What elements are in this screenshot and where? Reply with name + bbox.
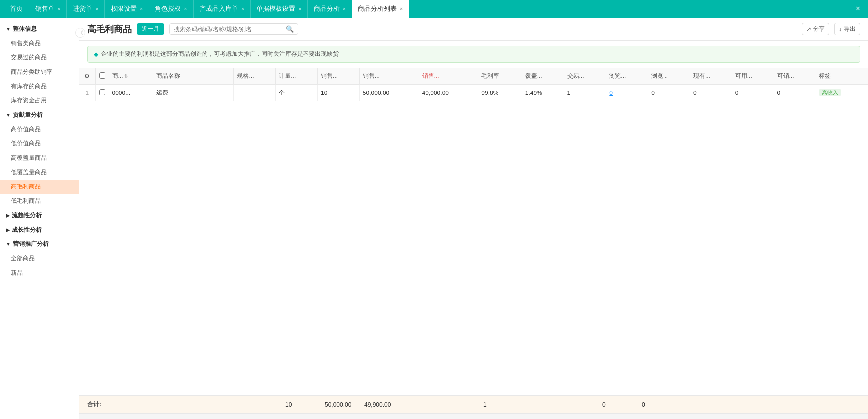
- cell-unit: 个: [276, 85, 318, 101]
- col-checkbox[interactable]: [95, 68, 109, 85]
- cell-tag: 高收入: [816, 85, 868, 101]
- sidebar-item-category-rate[interactable]: 商品分类助销率: [0, 65, 79, 79]
- col-name[interactable]: 商品名称: [153, 68, 234, 85]
- cell-name: 运费: [153, 85, 234, 101]
- sidebar-item-all-goods[interactable]: 全部商品: [0, 251, 79, 266]
- nav-tab-template[interactable]: 单据模板设置 ×: [251, 0, 307, 18]
- sidebar-group-marketing[interactable]: ▼ 营销推广分析: [0, 237, 79, 251]
- cell-transaction: 1: [564, 85, 606, 101]
- footer-cell-available: 0: [639, 401, 678, 408]
- footer-cell-margin: [401, 401, 441, 408]
- search-icon[interactable]: 🔍: [286, 25, 294, 33]
- sidebar-item-traded-goods[interactable]: 交易过的商品: [0, 50, 79, 65]
- footer-cell-browse2: [560, 401, 599, 408]
- close-icon[interactable]: ×: [140, 6, 143, 12]
- col-sales-qty[interactable]: 销售...: [318, 68, 360, 85]
- col-unit[interactable]: 计量...: [276, 68, 318, 85]
- window-close-button[interactable]: ×: [852, 4, 864, 13]
- content-header: 高毛利商品 近一月 🔍 ↗ 分享 ↓ 导出: [79, 18, 868, 41]
- nav-tab-roles[interactable]: 角色授权 ×: [149, 0, 193, 18]
- col-sales-profit[interactable]: 销售...: [419, 68, 478, 85]
- table-wrapper[interactable]: ⚙ 商... ⇅: [79, 68, 868, 395]
- sidebar-item-high-coverage[interactable]: 高覆盖量商品: [0, 151, 79, 165]
- footer-cell-sales-amount: 50,000.00: [322, 401, 361, 408]
- sidebar-item-in-stock[interactable]: 有库存的商品: [0, 79, 79, 93]
- share-button[interactable]: ↗ 分享: [802, 23, 829, 35]
- col-current-stock[interactable]: 现有...: [690, 68, 732, 85]
- tag-badge: 高收入: [819, 89, 841, 96]
- export-icon: ↓: [839, 26, 842, 33]
- footer-cell-coverage: [441, 401, 480, 408]
- col-sales-amount[interactable]: 销售...: [359, 68, 419, 85]
- col-gross-margin[interactable]: 毛利率: [478, 68, 522, 85]
- close-icon[interactable]: ×: [57, 6, 60, 12]
- col-available-stock[interactable]: 可用...: [732, 68, 774, 85]
- cell-checkbox[interactable]: [95, 85, 109, 101]
- content-area: 高毛利商品 近一月 🔍 ↗ 分享 ↓ 导出 ◆ 企业的主要: [79, 18, 868, 419]
- sidebar-item-low-value[interactable]: 低价值商品: [0, 137, 79, 151]
- search-box[interactable]: 🔍: [169, 23, 298, 35]
- col-browse1[interactable]: 浏览...: [606, 68, 648, 85]
- sidebar-item-high-margin[interactable]: 高毛利商品: [0, 180, 79, 194]
- cell-code: 0000...: [109, 85, 153, 101]
- cell-available-stock: 0: [732, 85, 774, 101]
- sidebar-collapse-button[interactable]: 《: [75, 28, 85, 38]
- col-coverage[interactable]: 覆盖...: [522, 68, 564, 85]
- search-input[interactable]: [174, 26, 283, 33]
- col-settings[interactable]: ⚙: [79, 68, 95, 85]
- cell-browse1[interactable]: 0: [606, 85, 648, 101]
- export-button[interactable]: ↓ 导出: [834, 23, 860, 35]
- footer-cell-transaction: 1: [480, 401, 520, 408]
- sidebar-item-low-coverage[interactable]: 低覆盖量商品: [0, 165, 79, 180]
- table-row[interactable]: 1 0000... 运费: [79, 85, 868, 101]
- nav-tab-sales[interactable]: 销售单 ×: [29, 0, 67, 18]
- sidebar-group-trend[interactable]: ▶ 流趋性分析: [0, 208, 79, 223]
- close-icon[interactable]: ×: [343, 6, 346, 12]
- close-icon[interactable]: ×: [95, 6, 98, 12]
- sidebar-item-stock-capital[interactable]: 库存资金占用: [0, 93, 79, 108]
- nav-tab-inbound[interactable]: 产成品入库单 ×: [194, 0, 251, 18]
- cell-browse2: 0: [648, 85, 690, 101]
- diamond-icon: ◆: [94, 51, 98, 58]
- nav-tab-permissions[interactable]: 权限设置 ×: [105, 0, 149, 18]
- nav-tab-analysis[interactable]: 商品分析 ×: [308, 0, 352, 18]
- sidebar-item-sales-goods[interactable]: 销售类商品: [0, 36, 79, 50]
- share-icon: ↗: [806, 26, 811, 33]
- cell-gross-margin: 99.8%: [478, 85, 522, 101]
- footer-label: 合计:: [87, 400, 101, 409]
- cell-sales-amount: 50,000.00: [359, 85, 419, 101]
- sidebar-group-overall[interactable]: ▼ 整体信息: [0, 22, 79, 36]
- close-icon[interactable]: ×: [298, 6, 301, 12]
- horizontal-scrollbar[interactable]: [79, 413, 868, 419]
- chevron-down-icon: ▼: [6, 112, 11, 118]
- chevron-down-icon: ▼: [6, 241, 11, 247]
- sidebar-group-contribution[interactable]: ▼ 贡献量分析: [0, 108, 79, 122]
- data-table: ⚙ 商... ⇅: [79, 68, 868, 101]
- time-filter-button[interactable]: 近一月: [137, 23, 164, 35]
- close-icon[interactable]: ×: [400, 6, 403, 12]
- close-icon[interactable]: ×: [241, 6, 244, 12]
- row-checkbox[interactable]: [99, 89, 105, 95]
- sidebar-item-new-goods[interactable]: 新品: [0, 266, 79, 280]
- footer-data: 10 50,000.00 49,900.00 1 0 0: [109, 401, 678, 408]
- col-spec[interactable]: 规格...: [234, 68, 276, 85]
- sidebar-item-high-value[interactable]: 高价值商品: [0, 122, 79, 137]
- nav-tab-purchase[interactable]: 进货单 ×: [67, 0, 104, 18]
- col-tag[interactable]: 标签: [816, 68, 868, 85]
- footer-cell-sales-profit: 49,900.00: [361, 401, 401, 408]
- nav-tab-home[interactable]: 首页: [4, 0, 29, 18]
- col-transaction[interactable]: 交易...: [564, 68, 606, 85]
- close-icon[interactable]: ×: [184, 6, 187, 12]
- sidebar-item-low-margin[interactable]: 低毛利商品: [0, 194, 79, 208]
- cell-seq: 1: [79, 85, 95, 101]
- cell-sales-qty: 10: [318, 85, 360, 101]
- col-browse2[interactable]: 浏览...: [648, 68, 690, 85]
- cell-current-stock: 0: [690, 85, 732, 101]
- col-sellable-stock[interactable]: 可销...: [774, 68, 816, 85]
- sidebar-group-growth[interactable]: ▶ 成长性分析: [0, 223, 79, 237]
- cell-coverage: 1.49%: [522, 85, 564, 101]
- footer-cell-qty: [109, 401, 282, 408]
- select-all-checkbox[interactable]: [99, 72, 105, 79]
- col-code[interactable]: 商... ⇅: [109, 68, 153, 85]
- nav-tab-analysis-list[interactable]: 商品分析列表 ×: [352, 0, 409, 18]
